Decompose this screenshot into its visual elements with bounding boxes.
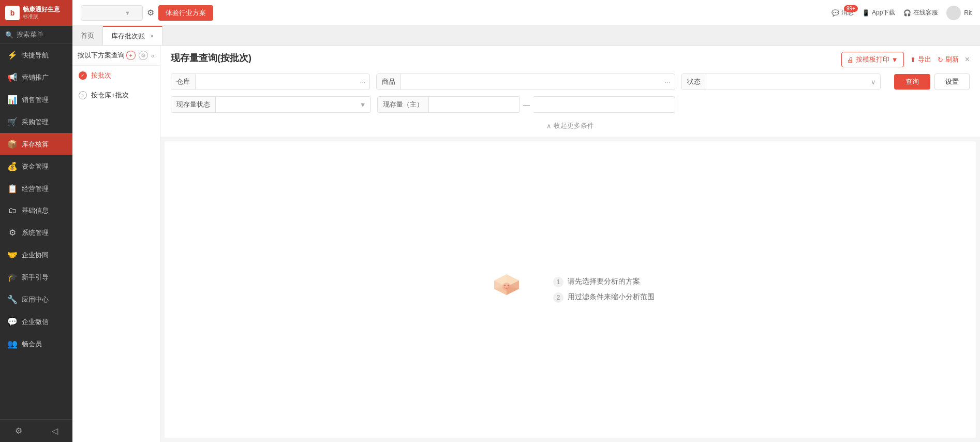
status-field[interactable]: 状态 ∨ (681, 73, 881, 90)
warehouse-field[interactable]: 仓库 ··· (171, 73, 370, 90)
filter-row-2: 现存量状态 ▼ 现存量（主） — (171, 96, 970, 113)
sidebar-item-newbie[interactable]: 🎓新手引导 (0, 266, 72, 288)
nav-label-sales: 销售管理 (22, 95, 49, 105)
sidebar-item-system[interactable]: ⚙系统管理 (0, 222, 72, 244)
nav-label-app-center: 应用中心 (22, 295, 49, 304)
settings-icon[interactable]: ⚙ (11, 424, 26, 438)
empty-content: 1请先选择要分析的方案2用过滤条件来缩小分析范围 (486, 264, 655, 316)
tab-home[interactable]: 首页 (72, 26, 103, 45)
topbar-left: ▼ ⚙ 体验行业方案 (81, 5, 826, 21)
inventory-quantity-field[interactable]: 现存量（主） (377, 96, 520, 113)
sidebar-item-member[interactable]: 👥畅会员 (0, 333, 72, 355)
inventory-quantity-max[interactable] (533, 101, 675, 109)
topbar-search-area[interactable]: ▼ (81, 5, 143, 21)
export-btn[interactable]: ⬆ 导出 (910, 55, 931, 64)
inventory-quantity-label: 现存量（主） (378, 97, 429, 112)
empty-state: 1请先选择要分析的方案2用过滤条件来缩小分析范围 (165, 141, 976, 438)
print-icon: 🖨 (847, 56, 854, 64)
message-badge: 99+ (844, 5, 858, 12)
scheme-label-by-batch: 按批次 (91, 71, 111, 80)
toggle-icon[interactable]: ◁ (48, 424, 62, 438)
warehouse-suffix[interactable]: ··· (356, 78, 370, 86)
sidebar-logo: b (5, 6, 20, 20)
refresh-icon: ↻ (938, 56, 943, 64)
nav-icon-quick-nav: ⚡ (7, 50, 18, 60)
empty-tip-2: 2用过滤条件来缩小分析范围 (553, 292, 655, 303)
product-label: 商品 (377, 74, 401, 90)
avatar (946, 6, 961, 20)
sidebar-item-app-center[interactable]: 🔧应用中心 (0, 288, 72, 311)
product-suffix[interactable]: ··· (661, 78, 675, 86)
empty-image (486, 264, 538, 316)
inventory-status-input[interactable] (216, 101, 355, 109)
sidebar-item-operations[interactable]: 📋经营管理 (0, 178, 72, 200)
collapse-up-icon: ∧ (546, 122, 552, 130)
sidebar-item-sales[interactable]: 📊销售管理 (0, 89, 72, 111)
status-suffix[interactable]: ∨ (867, 78, 880, 86)
nav-label-enterprise: 企业协同 (22, 251, 49, 260)
app-download-group[interactable]: 📱 App下载 (862, 8, 895, 17)
inventory-quantity-min[interactable] (429, 101, 519, 109)
left-panel-icons: + ⚙ « (126, 51, 155, 60)
panel-collapse-icon[interactable]: « (151, 52, 155, 60)
svg-point-8 (508, 285, 509, 286)
product-input[interactable] (401, 78, 660, 86)
app-icon: 📱 (862, 9, 870, 17)
sidebar-item-marketing[interactable]: 📢营销推广 (0, 66, 72, 89)
experience-btn[interactable]: 体验行业方案 (158, 5, 213, 21)
warehouse-input[interactable] (196, 78, 356, 86)
filter-row-1: 仓库 ··· 商品 ··· 状态 ∨ 查询 (171, 73, 970, 90)
sidebar-bottom: ⚙ ◁ (0, 419, 72, 442)
sidebar-item-wechat[interactable]: 💬企业微信 (0, 311, 72, 333)
sidebar-title-block: 畅康通好生意 标准版 (23, 6, 60, 20)
query-btn[interactable]: 查询 (894, 74, 930, 90)
tab-label-batch-inventory: 库存批次账 (111, 32, 145, 41)
message-group[interactable]: 💬 消息 99+ (831, 8, 854, 17)
nav-icon-sales: 📊 (7, 95, 18, 105)
print-dropdown-icon: ▼ (892, 56, 898, 64)
refresh-btn[interactable]: ↻ 刷新 (938, 55, 959, 64)
page-title: 现存量查询(按批次) (171, 52, 251, 64)
scheme-dot-by-warehouse-batch: ○ (79, 91, 87, 99)
nav-label-basic: 基础信息 (22, 206, 49, 215)
sidebar-item-inventory[interactable]: 📦库存核算 (0, 133, 72, 155)
tab-batch-inventory[interactable]: 库存批次账× (103, 26, 162, 45)
add-scheme-icon[interactable]: + (126, 51, 136, 60)
close-panel-btn[interactable]: × (965, 55, 970, 64)
nav-label-quick-nav: 快捷导航 (22, 51, 49, 60)
sidebar-item-enterprise[interactable]: 🤝企业协同 (0, 244, 72, 266)
product-field[interactable]: 商品 ··· (376, 73, 675, 90)
filter-area: 仓库 ··· 商品 ··· 状态 ∨ 查询 (160, 67, 980, 137)
nav-icon-system: ⚙ (7, 228, 18, 238)
scheme-settings-icon[interactable]: ⚙ (139, 51, 148, 60)
status-input[interactable] (706, 78, 867, 86)
sidebar-item-quick-nav[interactable]: ⚡快捷导航 (0, 44, 72, 66)
sidebar-item-purchase[interactable]: 🛒采购管理 (0, 111, 72, 133)
app-download-label: App下载 (872, 8, 895, 17)
main: ▼ ⚙ 体验行业方案 💬 消息 99+ 📱 App下载 🎧 在线客服 Rit (72, 0, 980, 442)
print-btn[interactable]: 🖨 按模板打印 ▼ (841, 52, 904, 67)
user-area[interactable]: Rit (946, 6, 972, 20)
topbar-gear-icon[interactable]: ⚙ (147, 8, 154, 18)
inventory-status-dropdown[interactable]: ▼ (355, 101, 370, 109)
settings-btn[interactable]: 设置 (934, 73, 970, 90)
scheme-dot-by-batch: ✓ (79, 71, 87, 80)
tip-num-2: 2 (553, 292, 563, 303)
tab-close-batch-inventory[interactable]: × (150, 33, 154, 40)
scheme-item-by-warehouse-batch[interactable]: ○按仓库+批次 (72, 85, 160, 105)
scheme-list: ✓按批次○按仓库+批次 (72, 66, 160, 105)
nav-icon-finance: 💰 (7, 161, 18, 171)
sidebar-item-basic[interactable]: 🗂基础信息 (0, 200, 72, 222)
topbar-search-input[interactable] (85, 9, 122, 17)
customer-service-group[interactable]: 🎧 在线客服 (903, 8, 938, 17)
right-panel: 现存量查询(按批次) 🖨 按模板打印 ▼ ⬆ 导出 ↻ 刷新 (160, 46, 980, 442)
tabbar: 首页库存批次账× (72, 26, 980, 46)
inventory-status-field[interactable]: 现存量状态 ▼ (171, 96, 371, 113)
sidebar-search[interactable]: 🔍 搜索菜单 (0, 26, 72, 44)
page-header: 现存量查询(按批次) 🖨 按模板打印 ▼ ⬆ 导出 ↻ 刷新 (160, 46, 980, 67)
nav-icon-inventory: 📦 (7, 139, 18, 149)
inventory-quantity-max-field[interactable] (533, 96, 675, 113)
scheme-item-by-batch[interactable]: ✓按批次 (72, 66, 160, 85)
collapse-conditions[interactable]: ∧ 收起更多条件 (171, 119, 970, 130)
sidebar-item-finance[interactable]: 💰资金管理 (0, 155, 72, 178)
